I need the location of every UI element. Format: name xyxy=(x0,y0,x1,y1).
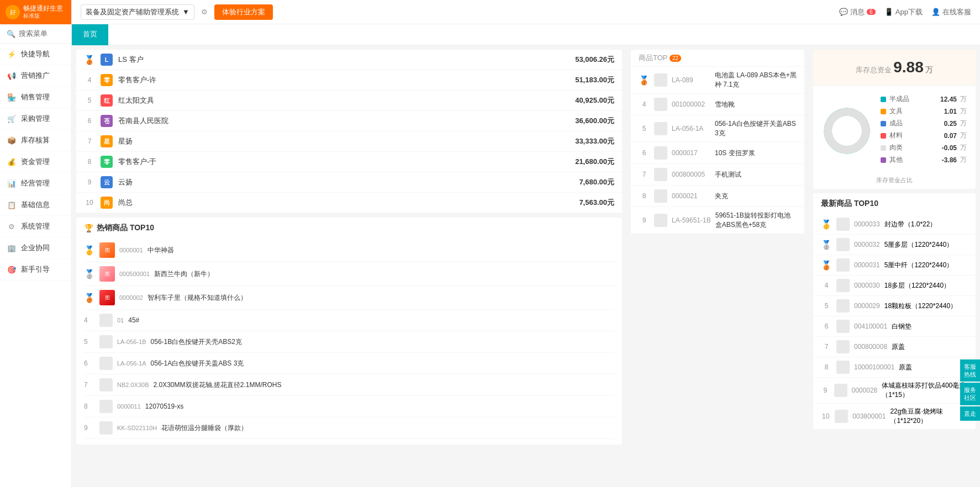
tab-home-label: 首页 xyxy=(83,29,97,39)
system-name: 装备及固定资产辅助管理系统 xyxy=(86,7,179,17)
online-service-item[interactable]: 👤 在线客服 xyxy=(931,7,971,17)
app-download-item[interactable]: 📱 App下载 xyxy=(884,7,923,17)
customer-badge-shang: 尚 xyxy=(101,197,113,209)
stock-icon: 📦 xyxy=(7,135,17,145)
hot-products-title-text: 热销商品 TOP10 xyxy=(97,223,154,233)
float-community-btn[interactable]: 服务社区 xyxy=(960,383,980,405)
float-service-btn[interactable]: 客服热线 xyxy=(960,359,980,382)
new-rank-10: 10 xyxy=(821,412,830,420)
hot-name-8: 12070519-xs xyxy=(145,403,183,410)
list-item: 10 尚 尚总 7,563.00元 xyxy=(76,193,622,213)
finance-icon: 💰 xyxy=(7,157,17,167)
donut-chart xyxy=(822,106,872,156)
legend-item-banchenpin: 半成品 12.45 万 xyxy=(881,94,967,104)
prod-code-0000021: 0000021 xyxy=(672,192,710,200)
rank-8-prod: 8 xyxy=(639,192,650,200)
stock-total-unit: 万 xyxy=(925,65,933,74)
list-item: 🥉 图 0000002 智利车子里（规格不知道填什么） xyxy=(84,286,614,310)
customer-name-ling-yu: 零售客户-于 xyxy=(118,157,570,167)
sidebar-item-quick[interactable]: ⚡ 快捷导航 xyxy=(0,44,71,65)
legend-value-chengpin: 0.25 xyxy=(944,120,957,128)
list-item: 7 000800005 手机测试 xyxy=(631,164,804,186)
sidebar-item-sales[interactable]: 🏪 销售管理 xyxy=(0,87,71,108)
sidebar-item-sales-label: 销售管理 xyxy=(21,92,50,102)
hot-rank-7: 7 xyxy=(84,381,95,389)
company-icon: 🏢 xyxy=(7,243,17,253)
top-products-panel: 商品TOP 22 🥉 LA-089 电池盖 LA-089 ABS本色+黑种 7.… xyxy=(626,45,809,487)
trophy-icon: 🏆 xyxy=(84,224,93,232)
list-item: 7 000800008 原盖 xyxy=(813,337,976,357)
rank-3-prod: 🥉 xyxy=(639,75,650,86)
customer-name-shang: 尚总 xyxy=(118,198,573,208)
stock-total-label: 库存总资金 xyxy=(856,66,892,74)
sidebar-item-purchase[interactable]: 🛒 采购管理 xyxy=(0,108,71,130)
search-menu[interactable]: 🔍 搜索菜单 xyxy=(0,24,71,44)
new-prod-code-3: 0000031 xyxy=(854,261,880,269)
prod-code-la0561a: LA-056-1A xyxy=(672,125,710,133)
legend-value-banchenpin: 12.45 xyxy=(940,96,957,103)
sidebar-item-finance-label: 资金管理 xyxy=(21,157,50,167)
prod-code-000800005: 000800005 xyxy=(672,171,710,178)
sidebar-item-finance[interactable]: 💰 资金管理 xyxy=(0,151,71,173)
prod-code-la089: LA-089 xyxy=(672,76,710,84)
settings-icon[interactable]: ⚙ xyxy=(201,8,208,16)
customer-name-hong: 红太阳文具 xyxy=(118,96,570,105)
list-item: 8 10000100001 原盖 xyxy=(813,357,976,378)
sidebar-item-stock[interactable]: 📦 库存核算 xyxy=(0,130,71,151)
legend-value-wenju: 1.01 xyxy=(944,108,957,115)
rank-5: 5 xyxy=(84,97,95,104)
messages-item[interactable]: 💬 消息 6 xyxy=(839,7,876,17)
main-content: 装备及固定资产辅助管理系统 ▼ ⚙ 体验行业方案 💬 消息 6 📱 App下载 … xyxy=(72,0,980,487)
topbar: 装备及固定资产辅助管理系统 ▼ ⚙ 体验行业方案 💬 消息 6 📱 App下载 … xyxy=(72,0,980,24)
system-selector[interactable]: 装备及固定资产辅助管理系统 ▼ xyxy=(81,4,194,20)
hot-products-title: 🏆 热销商品 TOP10 xyxy=(84,223,614,233)
system-icon: ⚙ xyxy=(7,221,17,231)
legend-unit-banchenpin: 万 xyxy=(960,94,967,104)
rank-3-medal: 🥉 xyxy=(84,55,95,65)
new-prod-code-8: 10000100001 xyxy=(854,363,894,371)
list-item: 🥉 LA-089 电池盖 LA-089 ABS本色+黑种 7.1克 xyxy=(631,67,804,94)
hot-name-7: 2.0X30MM双搓花轴,搓花直径2.1MM/ROHS xyxy=(153,380,281,390)
new-prod-img-7 xyxy=(836,340,850,353)
prod-img-la089 xyxy=(654,73,667,87)
stock-total: 库存总资金 9.88 万 xyxy=(813,50,976,86)
list-item: 6 004100001 白钢垫 xyxy=(813,316,976,337)
new-prod-img-1 xyxy=(836,218,850,231)
legend-dot-chengpin xyxy=(881,121,886,126)
float-direct-btn[interactable]: 直走 xyxy=(960,406,980,421)
sidebar-item-guide-label: 新手引导 xyxy=(21,264,50,274)
sidebar-item-marketing[interactable]: 📢 营销推广 xyxy=(0,65,71,87)
guide-icon: 🎯 xyxy=(7,264,17,274)
tab-home[interactable]: 首页 xyxy=(72,24,108,45)
hot-rank-6: 6 xyxy=(84,359,95,367)
sidebar-item-base[interactable]: 📋 基础信息 xyxy=(0,194,71,216)
sidebar-item-guide[interactable]: 🎯 新手引导 xyxy=(0,259,71,280)
prod-code-la596511b: LA-59651-1B xyxy=(672,216,711,224)
legend-dot-wenju xyxy=(881,109,886,114)
sidebar-item-operation[interactable]: 📊 经营管理 xyxy=(0,173,71,194)
new-prod-code-2: 0000032 xyxy=(854,241,880,248)
legend-item-qita: 其他 -3.86 万 xyxy=(881,155,967,165)
rank-8: 8 xyxy=(84,158,95,166)
sidebar-item-company[interactable]: 🏢 企业协同 xyxy=(0,237,71,259)
logo-icon: 好 xyxy=(6,5,20,19)
sidebar-item-marketing-label: 营销推广 xyxy=(21,71,50,81)
rank-4-prod: 4 xyxy=(639,100,650,108)
customer-name-ling-xu: 零售客户-许 xyxy=(118,75,570,85)
middle-panel: 🥉 L LS 客户 53,006.26元 4 零 零售客户-许 51,183.0… xyxy=(72,45,626,487)
top-products-card: 商品TOP 22 🥉 LA-089 电池盖 LA-089 ABS本色+黑种 7.… xyxy=(631,50,804,234)
new-prod-img-9 xyxy=(834,384,847,397)
legend-value-cailiao: 0.07 xyxy=(944,132,957,140)
search-menu-label: 搜索菜单 xyxy=(19,29,48,39)
list-item: 5 LA-056-1A 056-1A白色按键开关盖ABS 3克 xyxy=(631,115,804,142)
legend-item-roulei: 肉类 -0.05 万 xyxy=(881,143,967,152)
prod-img-000800005 xyxy=(654,168,667,181)
prod-name-001000002: 雪地靴 xyxy=(715,100,797,109)
rank-10: 10 xyxy=(84,199,95,207)
sidebar-item-system[interactable]: ⚙ 系统管理 xyxy=(0,216,71,237)
new-prod-name-7: 原盖 xyxy=(892,342,905,352)
purchase-icon: 🛒 xyxy=(7,114,17,124)
trial-button[interactable]: 体验行业方案 xyxy=(214,4,273,20)
list-item: 7 NB2.0X30B 2.0X30MM双搓花轴,搓花直径2.1MM/ROHS xyxy=(84,374,614,396)
rank-5-prod: 5 xyxy=(639,125,650,133)
